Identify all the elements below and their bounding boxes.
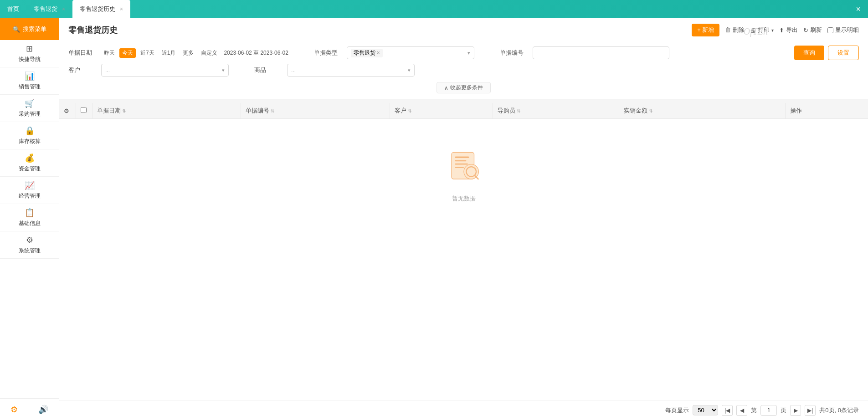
next-page-btn[interactable]: ▶ [790, 405, 801, 416]
tab-home-label: 首页 [7, 5, 19, 13]
refresh-icon: ↻ [803, 27, 808, 34]
col-guide: 导购员 ⇅ [493, 103, 619, 119]
sidebar-item-inventory[interactable]: 🔒 库存核算 [0, 122, 59, 149]
operations-icon: 📈 [25, 180, 35, 190]
tab-return-close[interactable]: × [62, 6, 65, 12]
prev-page-btn[interactable]: ◀ [736, 405, 747, 416]
date-7days[interactable]: 近7天 [138, 48, 157, 58]
collapse-row: ∧ 收起更多条件 [68, 80, 859, 95]
tab-return-history[interactable]: 零售退货历史 × [72, 0, 130, 18]
date-options: 昨天 今天 近7天 近1月 更多 自定义 2023-06-02 至 2023-0… [101, 48, 288, 58]
date-more[interactable]: 更多 [180, 48, 196, 58]
voucher-type-tag-value: 零售退货 [354, 49, 375, 57]
print-icon: 🖨 [750, 27, 756, 34]
col-amount-sort[interactable]: 实销金额 ⇅ [624, 107, 776, 115]
col-guide-sort[interactable]: 导购员 ⇅ [498, 107, 614, 115]
col-date: 单据日期 ⇅ [92, 103, 241, 119]
sidebar-item-quick-nav[interactable]: ⊞ 快捷导航 [0, 40, 59, 67]
system-icon: ⚙ [26, 235, 33, 245]
customer-sort-icon: ⇅ [408, 108, 411, 113]
filter-row-1: 单据日期 昨天 今天 近7天 近1月 更多 自定义 2023-06-02 至 2… [68, 46, 859, 60]
quick-nav-icon: ⊞ [26, 44, 33, 54]
export-btn[interactable]: ⬆ 导出 [779, 26, 798, 34]
last-page-btn[interactable]: ▶| [805, 405, 816, 416]
print-chevron: ▾ [771, 28, 774, 33]
voucher-no-input[interactable] [533, 46, 669, 59]
voucher-type-label: 单据类型 [314, 49, 339, 57]
finance-icon: 💰 [25, 153, 35, 163]
search-icon: 🔍 [13, 26, 20, 33]
voucher-type-tag: 零售退货 × [351, 49, 383, 57]
table-header-row: ⚙ 单据日期 ⇅ 单据编号 [59, 103, 868, 119]
col-date-sort[interactable]: 单据日期 ⇅ [97, 107, 236, 115]
sidebar: 🔍 搜索菜单 ⊞ 快捷导航 📊 销售管理 🛒 采购管理 🔒 库存核算 💰 资金管… [0, 18, 59, 420]
sidebar-item-basic-info[interactable]: 📋 基础信息 [0, 204, 59, 231]
col-customer: 客户 ⇅ [390, 103, 493, 119]
table-body: 暂无数据 [59, 119, 868, 230]
sidebar-item-purchase-mgmt[interactable]: 🛒 采购管理 [0, 95, 59, 122]
print-btn[interactable]: 🖨 🖨 打印 打印 ▾ [750, 26, 774, 34]
first-page-btn[interactable]: |◀ [722, 405, 733, 416]
sidebar-volume-btn[interactable]: 🔊 [38, 405, 48, 415]
page-title-row: 零售退货历史 + 新增 🗑 删除 🖨 🖨 打印 打印 ▾ ⬆ 导出 [68, 24, 859, 36]
date-yesterday[interactable]: 昨天 [101, 48, 118, 58]
page-header: 零售退货历史 + 新增 🗑 删除 🖨 🖨 打印 打印 ▾ ⬆ 导出 [59, 18, 868, 99]
toolbar: + 新增 🗑 删除 🖨 🖨 打印 打印 ▾ ⬆ 导出 ↻ 刷新 [692, 24, 859, 36]
sidebar-item-finance[interactable]: 💰 资金管理 [0, 149, 59, 177]
col-customer-sort[interactable]: 客户 ⇅ [395, 107, 488, 115]
per-page-label: 每页显示 [665, 406, 689, 415]
per-page-select[interactable]: 50 10 20 100 [693, 405, 718, 415]
purchase-icon: 🛒 [25, 98, 35, 108]
top-tab-bar: 首页 零售退货 × 零售退货历史 × × [0, 0, 868, 18]
sidebar-settings-btn[interactable]: ⚙ [10, 405, 18, 415]
main-layout: 🔍 搜索菜单 ⊞ 快捷导航 📊 销售管理 🛒 采购管理 🔒 库存核算 💰 资金管… [0, 18, 868, 420]
tab-return-history-label: 零售退货历史 [80, 5, 115, 13]
window-close-btn[interactable]: × [856, 5, 868, 14]
col-amount: 实销金额 ⇅ [619, 103, 786, 119]
tab-return[interactable]: 零售退货 × [26, 0, 72, 18]
tab-return-history-close[interactable]: × [120, 6, 123, 12]
settings-btn[interactable]: 设置 [828, 46, 859, 60]
goods-chevron: ▾ [408, 67, 411, 73]
guide-sort-icon: ⇅ [517, 108, 520, 113]
show-detail-checkbox[interactable] [827, 27, 833, 33]
new-btn[interactable]: + 新增 [692, 24, 719, 36]
sidebar-bottom: ⚙ 🔊 [0, 398, 59, 420]
col-no-sort[interactable]: 单据编号 ⇅ [246, 107, 385, 115]
sidebar-item-sales-label: 销售管理 [19, 83, 41, 91]
page-input[interactable] [760, 405, 777, 416]
customer-filter-label: 客户 [68, 66, 94, 74]
sidebar-item-operations[interactable]: 📈 经营管理 [0, 177, 59, 204]
empty-row: 暂无数据 [59, 119, 868, 230]
query-btn[interactable]: 查询 [794, 46, 824, 60]
date-today[interactable]: 今天 [119, 48, 136, 58]
empty-icon [443, 146, 484, 187]
basic-info-icon: 📋 [25, 208, 35, 218]
show-detail-label: 显示明细 [835, 26, 859, 34]
table-container: ⚙ 单据日期 ⇅ 单据编号 [59, 103, 868, 400]
refresh-btn[interactable]: ↻ 刷新 [803, 26, 822, 34]
voucher-type-tag-remove[interactable]: × [377, 50, 380, 56]
no-sort-icon: ⇅ [271, 108, 274, 113]
customer-placeholder: ... [105, 67, 110, 73]
sidebar-item-system[interactable]: ⚙ 系统管理 [0, 231, 59, 259]
filter-area: 单据日期 昨天 今天 近7天 近1月 更多 自定义 2023-06-02 至 2… [68, 42, 859, 99]
gear-icon[interactable]: ⚙ [64, 108, 69, 114]
date-sort-icon: ⇅ [122, 108, 126, 113]
date-1month[interactable]: 近1月 [159, 48, 179, 58]
empty-state: 暂无数据 [59, 119, 868, 230]
inventory-icon: 🔒 [25, 126, 35, 136]
delete-btn[interactable]: 🗑 删除 [725, 26, 745, 34]
sidebar-item-sales-mgmt[interactable]: 📊 销售管理 [0, 67, 59, 95]
collapse-btn[interactable]: ∧ 收起更多条件 [437, 82, 491, 93]
tab-home[interactable]: 首页 [0, 0, 26, 18]
customer-select[interactable]: ... ▾ [101, 64, 229, 77]
sidebar-item-operations-label: 经营管理 [19, 192, 41, 200]
date-custom[interactable]: 自定义 [198, 48, 220, 58]
voucher-type-select[interactable]: 零售退货 × ▾ [347, 46, 474, 59]
pagination-bar: 每页显示 50 10 20 100 |◀ ◀ 第 页 ▶ ▶| 共0页, 0条记… [59, 400, 868, 420]
voucher-no-label: 单据编号 [500, 49, 525, 57]
select-all-checkbox[interactable] [81, 107, 87, 113]
goods-select[interactable]: ... ▾ [287, 64, 415, 77]
sidebar-search[interactable]: 🔍 搜索菜单 [0, 18, 59, 40]
